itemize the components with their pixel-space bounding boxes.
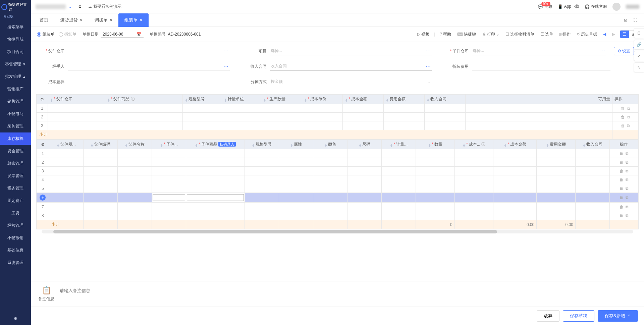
cell[interactable] bbox=[575, 203, 609, 211]
cell[interactable] bbox=[245, 211, 279, 220]
cell[interactable] bbox=[343, 113, 384, 121]
cell[interactable] bbox=[245, 149, 279, 158]
cell[interactable] bbox=[117, 158, 152, 167]
cell[interactable] bbox=[537, 167, 576, 175]
cell[interactable] bbox=[575, 175, 609, 184]
lookup-icon[interactable]: ··· bbox=[600, 49, 606, 53]
save-new-button[interactable]: 保存&新增 ⌃ bbox=[598, 310, 638, 322]
cell[interactable] bbox=[83, 149, 117, 158]
cell[interactable] bbox=[302, 113, 343, 121]
lookup-icon[interactable]: ··· bbox=[224, 64, 229, 69]
cell[interactable] bbox=[48, 113, 105, 121]
tabs-close-all-icon[interactable]: ⊠ bbox=[623, 16, 629, 24]
gear-icon[interactable]: ⚙ bbox=[77, 3, 83, 10]
lookup-icon[interactable]: ··· bbox=[224, 49, 229, 53]
cell[interactable] bbox=[279, 184, 313, 193]
sidebar-item-13[interactable]: 税务管理 bbox=[0, 182, 31, 195]
col-header[interactable]: ▲▼父件名称 bbox=[117, 140, 152, 149]
save-draft-button[interactable]: 保存草稿 bbox=[563, 310, 594, 322]
cell[interactable] bbox=[117, 203, 152, 211]
org-selector[interactable]: ⌄ bbox=[36, 4, 72, 9]
col-header[interactable]: ▲▼*计量... bbox=[382, 140, 416, 149]
cell[interactable] bbox=[465, 113, 612, 121]
col-header[interactable]: 可用量 bbox=[465, 95, 612, 104]
scrollbar-thumb[interactable] bbox=[53, 230, 497, 233]
online-service-button[interactable]: 🎧 在线客服 bbox=[585, 4, 607, 9]
table-gear-icon[interactable]: ⚙ bbox=[37, 140, 49, 149]
close-icon[interactable]: × bbox=[140, 17, 142, 23]
tab-3[interactable]: 组装单× bbox=[118, 13, 148, 27]
tool-history[interactable]: ↺历史单据 bbox=[575, 31, 598, 38]
cell[interactable] bbox=[152, 175, 186, 184]
cell[interactable] bbox=[347, 193, 382, 203]
info-icon[interactable]: ⓘ bbox=[481, 142, 485, 147]
cell[interactable] bbox=[454, 193, 493, 203]
tool-help[interactable]: ?帮助 bbox=[438, 31, 452, 38]
cell[interactable] bbox=[537, 184, 576, 193]
cell[interactable] bbox=[83, 193, 117, 203]
sort-icon[interactable]: ▲▼ bbox=[345, 99, 348, 102]
sidebar-item-7[interactable]: 小畅电商 bbox=[0, 108, 31, 120]
sidebar-item-16[interactable]: 经营管理 bbox=[0, 219, 31, 232]
cell[interactable] bbox=[416, 184, 455, 193]
cell[interactable] bbox=[384, 121, 425, 130]
sort-icon[interactable]: ▲▼ bbox=[504, 144, 507, 147]
close-icon[interactable]: × bbox=[80, 17, 83, 23]
scan-badge[interactable]: 扫码录入 bbox=[218, 142, 236, 147]
cell[interactable] bbox=[186, 203, 245, 211]
cell[interactable] bbox=[186, 149, 245, 158]
cell[interactable] bbox=[261, 113, 302, 121]
cell[interactable] bbox=[493, 158, 537, 167]
copy-row-icon[interactable]: ⧉ bbox=[627, 123, 630, 128]
cell[interactable] bbox=[49, 211, 83, 220]
col-header[interactable]: 操作 bbox=[609, 140, 638, 149]
cell[interactable] bbox=[384, 104, 425, 113]
lookup-icon[interactable]: ··· bbox=[426, 49, 431, 53]
sidebar-item-3[interactable]: 零售管理▼ bbox=[0, 58, 31, 70]
cell[interactable] bbox=[313, 211, 347, 220]
input-cost-diff[interactable] bbox=[68, 78, 230, 86]
sidebar-item-10[interactable]: 资金管理 bbox=[0, 145, 31, 157]
sort-icon[interactable]: ▲▼ bbox=[427, 99, 430, 102]
col-header[interactable]: ▲▼尺码 bbox=[347, 140, 382, 149]
col-header[interactable]: ▲▼*子件... bbox=[152, 140, 186, 149]
cell[interactable] bbox=[186, 184, 245, 193]
cell[interactable] bbox=[245, 184, 279, 193]
cell[interactable] bbox=[454, 211, 493, 220]
col-header[interactable]: ▲▼收入合同 bbox=[575, 140, 609, 149]
cell[interactable] bbox=[493, 184, 537, 193]
cell[interactable] bbox=[279, 158, 313, 167]
sidebar-item-15[interactable]: 工资 bbox=[0, 207, 31, 219]
cell[interactable] bbox=[313, 193, 347, 203]
cell[interactable] bbox=[313, 167, 347, 175]
remarks-input[interactable] bbox=[60, 286, 637, 293]
copy-row-icon[interactable]: ⧉ bbox=[626, 186, 629, 191]
sort-icon[interactable]: ▲▼ bbox=[359, 144, 362, 147]
cell[interactable] bbox=[575, 211, 609, 220]
col-header[interactable]: ▲▼颜色 bbox=[313, 140, 347, 149]
cell[interactable] bbox=[347, 167, 382, 175]
col-header[interactable]: ▲▼*父件商品 ⓘ bbox=[105, 95, 182, 104]
cell[interactable] bbox=[347, 149, 382, 158]
cell[interactable] bbox=[424, 113, 465, 121]
sidebar-item-5[interactable]: 营销推广 bbox=[0, 83, 31, 95]
add-row-button[interactable]: + bbox=[40, 195, 46, 201]
cell[interactable] bbox=[454, 175, 493, 184]
cell[interactable] bbox=[416, 167, 455, 175]
cell[interactable] bbox=[347, 175, 382, 184]
cell[interactable] bbox=[382, 184, 416, 193]
cell[interactable] bbox=[382, 158, 416, 167]
sidebar-item-18[interactable]: 基础信息 bbox=[0, 244, 31, 257]
cell[interactable] bbox=[117, 175, 152, 184]
sidebar-item-11[interactable]: 总账管理 bbox=[0, 157, 31, 170]
demo-link[interactable]: ☁ 我要看实例演示 bbox=[88, 4, 121, 9]
cell[interactable] bbox=[49, 184, 83, 193]
cell[interactable] bbox=[182, 104, 222, 113]
input-child-wh[interactable]: 选择...··· bbox=[472, 47, 606, 55]
sort-icon[interactable]: ▲▼ bbox=[304, 99, 307, 102]
sidebar-item-19[interactable]: 系统管理 bbox=[0, 257, 31, 269]
float-note-icon[interactable]: 🗒 bbox=[634, 28, 644, 38]
col-header[interactable]: ▲▼*父件仓库 bbox=[48, 95, 105, 104]
close-icon[interactable]: × bbox=[110, 17, 112, 23]
cell[interactable] bbox=[49, 203, 83, 211]
